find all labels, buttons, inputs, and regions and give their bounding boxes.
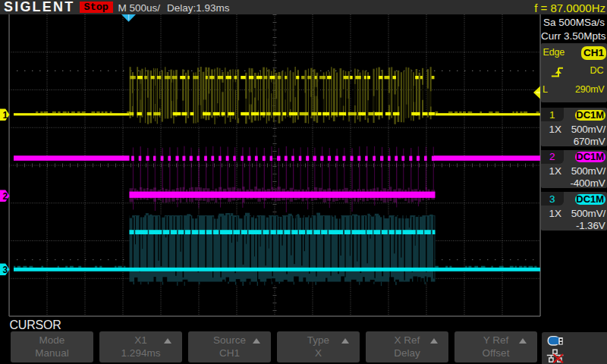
- svg-text:2: 2: [3, 191, 8, 202]
- svg-text:3: 3: [3, 265, 8, 275]
- svg-text:1: 1: [3, 110, 8, 121]
